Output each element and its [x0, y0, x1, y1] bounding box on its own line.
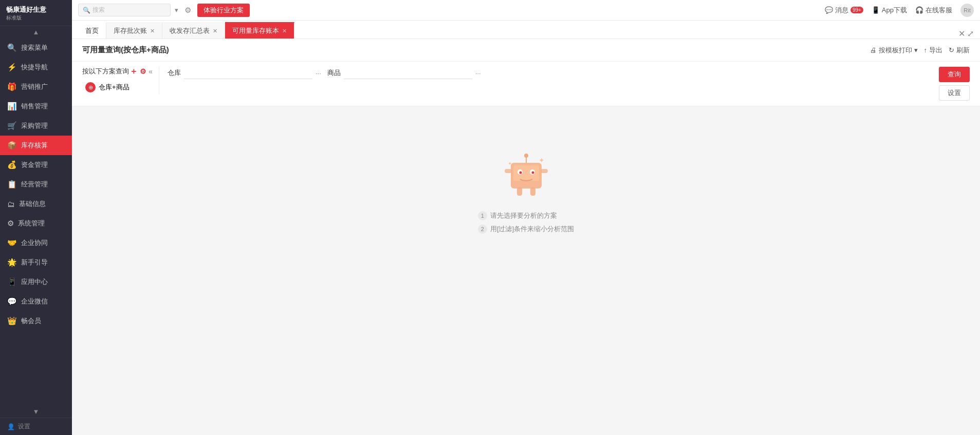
app-download-label: App下载	[882, 6, 907, 15]
sidebar-label-inventory: 库存核算	[21, 141, 48, 150]
tab-close-available[interactable]: ✕	[282, 28, 287, 34]
close-all-tabs-btn[interactable]: ✕	[958, 29, 965, 39]
sidebar-item-search[interactable]: 🔍搜索菜单	[0, 38, 72, 58]
warehouse-filter-input[interactable]	[184, 67, 312, 79]
tip-item-1: 1 请先选择要分析的方案	[478, 209, 574, 222]
sidebar-icon-member: 👑	[7, 316, 17, 326]
scheme-label: 按以下方案查询	[82, 67, 129, 76]
gear-icon[interactable]: ⚙	[182, 5, 193, 16]
sidebar-icon-appcenter: 📱	[7, 277, 17, 287]
phone-icon: 📱	[872, 6, 880, 14]
sidebar-item-basic[interactable]: 🗂基础信息	[0, 194, 72, 214]
sidebar-item-newguide[interactable]: 🌟新手引导	[0, 253, 72, 272]
sidebar-icon-sales: 📊	[7, 102, 17, 111]
sidebar-item-appcenter[interactable]: 📱应用中心	[0, 272, 72, 292]
message-label: 消息	[835, 6, 848, 15]
print-label: 按模板打印	[879, 46, 912, 55]
empty-tips: 1 请先选择要分析的方案 2 用[过滤]条件来缩小分析范围	[478, 209, 574, 236]
sidebar-icon-enterprise: 🤝	[7, 238, 17, 248]
experience-btn[interactable]: 体验行业方案	[197, 4, 250, 17]
sidebar-scroll-up[interactable]: ▲	[0, 26, 72, 38]
tab-home[interactable]: 首页	[78, 22, 106, 39]
tab-close-summary[interactable]: ✕	[213, 28, 217, 34]
sidebar-item-marketing[interactable]: 🎁营销推广	[0, 77, 72, 97]
export-icon: ↑	[924, 46, 928, 54]
sidebar-label-member: 畅会员	[21, 316, 41, 326]
online-service-btn[interactable]: 🎧 在线客服	[915, 6, 952, 15]
sidebar-icon-purchase: 🛒	[7, 121, 17, 130]
collapse-scheme-btn[interactable]: «	[149, 68, 153, 75]
svg-point-7	[524, 154, 528, 158]
sidebar-scroll-area: 🔍搜索菜单⚡快捷导航🎁营销推广📊销售管理🛒采购管理📦库存核算💰资金管理📋经营管理…	[0, 38, 72, 406]
sidebar-item-shortcut[interactable]: ⚡快捷导航	[0, 58, 72, 77]
empty-illustration: ✦ ✦	[501, 147, 552, 199]
topbar-search-box[interactable]: 🔍 搜索	[78, 4, 171, 16]
sidebar-item-system[interactable]: ⚙系统管理	[0, 214, 72, 233]
edit-scheme-btn[interactable]: ⚙	[140, 68, 146, 75]
print-icon: 🖨	[870, 46, 877, 54]
sidebar-label-sales: 销售管理	[21, 102, 48, 111]
tab-summary[interactable]: 收发存汇总表✕	[162, 22, 225, 39]
expand-tabs-btn[interactable]: ⤢	[967, 29, 974, 39]
svg-text:✦: ✦	[539, 156, 545, 164]
tab-label-summary: 收发存汇总表	[170, 26, 210, 35]
query-btn[interactable]: 查询	[939, 67, 970, 82]
search-placeholder: 搜索	[93, 6, 105, 14]
refresh-btn[interactable]: ↻ 刷新	[949, 46, 970, 55]
export-btn[interactable]: ↑ 导出	[924, 46, 943, 55]
sidebar-item-operation[interactable]: 📋经营管理	[0, 175, 72, 194]
product-filter-input[interactable]	[344, 67, 472, 79]
avatar[interactable]: Rit	[960, 4, 974, 17]
app-download-btn[interactable]: 📱 App下载	[872, 6, 907, 15]
setting-btn[interactable]: 设置	[939, 85, 970, 101]
sidebar-label-marketing: 营销推广	[21, 82, 48, 91]
svg-rect-11	[530, 187, 535, 196]
sidebar-item-purchase[interactable]: 🛒采购管理	[0, 116, 72, 136]
topbar-dropdown-icon[interactable]: ▾	[175, 6, 178, 14]
tab-batch[interactable]: 库存批次账✕	[106, 22, 162, 39]
product-filter-more[interactable]: ···	[475, 69, 481, 77]
tab-available[interactable]: 可用量库存账本✕	[225, 22, 294, 39]
topbar: 🔍 搜索 ▾ ⚙ 体验行业方案 💬 消息 99+ 📱 App下载 🎧 在线客服 …	[72, 0, 980, 21]
sidebar-scroll-down[interactable]: ▼	[0, 406, 72, 418]
svg-rect-9	[541, 169, 548, 173]
sidebar-item-enterprise[interactable]: 🤝企业协同	[0, 233, 72, 253]
filter-panel: 仓库 ··· 商品 ···	[168, 67, 931, 79]
add-scheme-btn[interactable]: ＋	[130, 67, 138, 75]
online-service-label: 在线客服	[926, 6, 952, 15]
sidebar-bottom-icon: 👤	[7, 423, 15, 430]
sidebar-label-purchase: 采购管理	[21, 121, 48, 130]
sidebar-item-member[interactable]: 👑畅会员	[0, 311, 72, 331]
scheme-actions: ＋ ⚙ «	[130, 67, 153, 75]
sidebar-item-wechat[interactable]: 💬企业微信	[0, 292, 72, 311]
warehouse-filter-more[interactable]: ···	[316, 69, 321, 77]
app-version: 标准版	[6, 14, 66, 22]
sidebar-label-search: 搜索菜单	[21, 43, 48, 52]
svg-point-5	[531, 172, 534, 174]
sidebar-bottom-label: 设置	[18, 422, 30, 431]
tip-item-2: 2 用[过滤]条件来缩小分析范围	[478, 222, 574, 236]
svg-rect-8	[505, 169, 512, 173]
print-btn[interactable]: 🖨 按模板打印 ▾	[870, 46, 918, 55]
warehouse-filter-label: 仓库	[168, 68, 181, 78]
scheme-item-icon: ⊕	[85, 82, 96, 92]
scheme-item-warehouse-product[interactable]: ⊕ 仓库+商品	[82, 80, 153, 94]
avatar-label: Rit	[964, 7, 970, 13]
product-filter-group: 商品 ···	[327, 67, 481, 79]
sidebar-item-inventory[interactable]: 📦库存核算	[0, 136, 72, 155]
tab-close-batch[interactable]: ✕	[150, 28, 155, 34]
sidebar-icon-wechat: 💬	[7, 297, 17, 306]
query-buttons: 查询 设置	[939, 67, 970, 101]
tip-num-1: 1	[478, 211, 487, 220]
sidebar-item-sales[interactable]: 📊销售管理	[0, 97, 72, 116]
sidebar-label-operation: 经营管理	[21, 180, 48, 189]
message-btn[interactable]: 💬 消息 99+	[825, 6, 863, 15]
sidebar-item-finance[interactable]: 💰资金管理	[0, 155, 72, 175]
sidebar-label-enterprise: 企业协同	[21, 238, 48, 248]
topbar-right: 💬 消息 99+ 📱 App下载 🎧 在线客服 Rit	[825, 4, 974, 17]
tab-label-available: 可用量库存账本	[232, 26, 279, 35]
tip-text-1: 请先选择要分析的方案	[490, 209, 557, 222]
tip-num-2: 2	[478, 224, 487, 234]
sidebar-label-newguide: 新手引导	[21, 258, 48, 267]
sidebar-label-basic: 基础信息	[19, 199, 46, 209]
